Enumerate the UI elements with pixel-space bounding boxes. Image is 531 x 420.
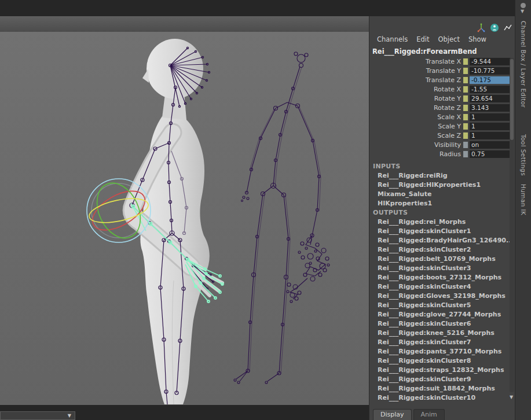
tab-display[interactable]: Display <box>373 409 412 420</box>
channel-label[interactable]: Visibility <box>369 141 461 149</box>
channel-swatch <box>463 142 468 148</box>
menu-object[interactable]: Object <box>438 35 460 43</box>
output-node[interactable]: Rei___Rigged:skinCluster8 <box>369 356 515 366</box>
channel-label[interactable]: Rotate Z <box>369 104 461 112</box>
channel-label[interactable]: Scale Y <box>369 123 461 130</box>
output-node[interactable]: Rei___Rigged:suit_18842_Morphs <box>369 384 515 393</box>
tab-tool-settings[interactable]: Tool Settings <box>520 134 527 176</box>
input-node[interactable]: Rei___Rigged:reiRig <box>369 171 515 180</box>
channel-label[interactable]: Scale Z <box>369 132 461 139</box>
output-node[interactable]: Rei___Rigged:skinCluster4 <box>369 282 515 292</box>
output-node[interactable]: Rei___Rigged:BradyHairGn3_126490... <box>369 236 515 245</box>
channel-value-field[interactable]: -9.544 <box>470 58 511 65</box>
arrow-down-icon: ▼ <box>510 395 513 400</box>
axis-icon[interactable] <box>476 23 486 33</box>
channel-box-bottom-tabs: Display Anim <box>373 409 445 420</box>
keyed-swatch <box>463 58 468 65</box>
chevron-down-icon: ▼ <box>68 414 71 418</box>
channel-value-field[interactable]: on <box>470 141 511 149</box>
window-scroll-knob[interactable] <box>521 3 526 8</box>
channel-row-rotate-x: Rotate X -1.55 <box>369 84 515 94</box>
tab-human-ik[interactable]: Human IK <box>520 184 527 215</box>
menu-channels[interactable]: Channels <box>377 35 408 43</box>
scrollbar-thumb[interactable] <box>510 59 514 140</box>
channel-box-menubar: Channels Edit Object Show <box>377 35 486 43</box>
outputs-section: OUTPUTS Rei___Rigged:rei_Morphs Rei___Ri… <box>369 208 515 407</box>
channel-value-field[interactable]: 1 <box>470 113 511 121</box>
input-node[interactable]: Rei___Rigged:HIKproperties1 <box>369 180 515 190</box>
channel-row-scale-x: Scale X 1 <box>369 112 515 121</box>
scroll-down-button[interactable]: ▼ <box>508 393 514 401</box>
viewport-bottom-strip: ▼ <box>0 405 369 420</box>
channel-row-translate-y: Translate Y -10.775 <box>369 66 515 75</box>
channel-label[interactable]: Translate X <box>369 58 461 65</box>
channel-value-field-selected[interactable]: -0.175 <box>470 76 511 84</box>
output-node[interactable]: Rei___Rigged:skinCluster9 <box>369 375 515 384</box>
viewport-toolbar <box>0 16 369 32</box>
channel-value-field[interactable]: 0.75 <box>470 150 511 158</box>
input-node[interactable]: Mixamo_Salute <box>369 190 515 199</box>
keyed-swatch <box>463 123 468 130</box>
output-node[interactable]: Rei___Rigged:skinCluster2 <box>369 245 515 255</box>
channel-value-field[interactable]: 1 <box>470 132 511 139</box>
keyed-swatch <box>463 77 468 83</box>
output-node[interactable]: Rei___Rigged:pants_37710_Morphs <box>369 347 515 356</box>
channel-row-translate-x: Translate X -9.544 <box>369 57 515 66</box>
channel-row-rotate-y: Rotate Y 29.654 <box>369 94 515 103</box>
output-node[interactable]: Rei___Rigged:glove_27744_Morphs <box>369 310 515 319</box>
channel-box-scrollbar[interactable] <box>510 58 514 392</box>
output-node[interactable]: Rei___Rigged:skinCluster7 <box>369 338 515 347</box>
arrow-down-icon[interactable]: ▼ <box>521 9 524 14</box>
renderer-dropdown[interactable]: ▼ <box>0 411 75 420</box>
maya-window: ▼ <box>0 0 531 420</box>
keyed-swatch <box>463 132 468 139</box>
menu-edit[interactable]: Edit <box>416 35 429 43</box>
keyed-swatch <box>463 114 468 120</box>
viewport-scene[interactable] <box>0 32 369 405</box>
output-node[interactable]: Rei___Rigged:belt_10769_Morphs <box>369 255 515 264</box>
viewport-panel[interactable] <box>0 16 369 405</box>
channel-value-field[interactable]: -1.55 <box>470 86 511 93</box>
panel-icon-row <box>476 23 513 33</box>
output-node[interactable]: Rei___Rigged:skinCluster10 <box>369 393 515 403</box>
output-node[interactable]: Rei___Rigged:skinCluster3 <box>369 264 515 273</box>
channel-label[interactable]: Radius <box>369 150 461 158</box>
tab-anim[interactable]: Anim <box>413 409 445 420</box>
channel-label[interactable]: Rotate X <box>369 86 461 93</box>
inputs-header: INPUTS <box>369 162 515 171</box>
viewport-canvas[interactable] <box>0 32 369 405</box>
output-node[interactable]: Rei___Rigged:skinCluster1 <box>369 227 515 236</box>
output-node[interactable]: Rei___Rigged:boots_27312_Morphs <box>369 273 515 282</box>
channel-box-panel: Channels Edit Object Show Rei___Rigged:r… <box>369 16 515 420</box>
input-node[interactable]: HIKproperties1 <box>369 199 515 208</box>
output-node[interactable]: Rei___Rigged:straps_12832_Morphs <box>369 366 515 375</box>
graph-icon[interactable] <box>503 23 513 33</box>
character-icon[interactable] <box>489 23 500 33</box>
selected-node-name[interactable]: Rei___Rigged:rForearmBend <box>372 47 477 56</box>
output-node[interactable]: Rei___Rigged:skinCluster5 <box>369 301 515 310</box>
channel-label[interactable]: Rotate Y <box>369 95 461 102</box>
channel-value-field[interactable]: 1 <box>470 123 511 130</box>
output-node[interactable]: Rei___Rigged:knee_5216_Morphs <box>369 329 515 338</box>
keyed-swatch <box>463 95 468 102</box>
channel-row-radius: Radius 0.75 <box>369 149 515 159</box>
channel-value-field[interactable]: 29.654 <box>470 95 511 102</box>
sidebar-tab-strip: ▼ Channel Box / Layer Editor Tool Settin… <box>515 0 531 420</box>
keyed-swatch <box>463 86 468 93</box>
output-node[interactable]: Rei___Rigged:Gloves_32198_Morphs <box>369 292 515 301</box>
output-node[interactable]: Rei___Rigged:skinCluster6 <box>369 319 515 329</box>
channel-row-visibility: Visibility on <box>369 140 515 149</box>
outputs-header: OUTPUTS <box>369 208 515 218</box>
channel-attribute-list: Translate X -9.544 Translate Y -10.775 T… <box>369 57 515 159</box>
channel-label[interactable]: Translate Y <box>369 67 461 75</box>
channel-value-field[interactable]: -10.775 <box>470 67 511 75</box>
channel-label[interactable]: Translate Z <box>369 76 461 84</box>
channel-label[interactable]: Scale X <box>369 113 461 121</box>
menu-show[interactable]: Show <box>468 35 486 43</box>
sidebar-tabs: Channel Box / Layer Editor Tool Settings… <box>515 21 531 216</box>
output-node[interactable]: Rei___Rigged:rei_Morphs <box>369 218 515 227</box>
channel-row-scale-y: Scale Y 1 <box>369 121 515 131</box>
channel-swatch <box>463 151 468 157</box>
channel-value-field[interactable]: 3.143 <box>470 104 511 112</box>
tab-channel-box-layer-editor[interactable]: Channel Box / Layer Editor <box>520 21 527 108</box>
